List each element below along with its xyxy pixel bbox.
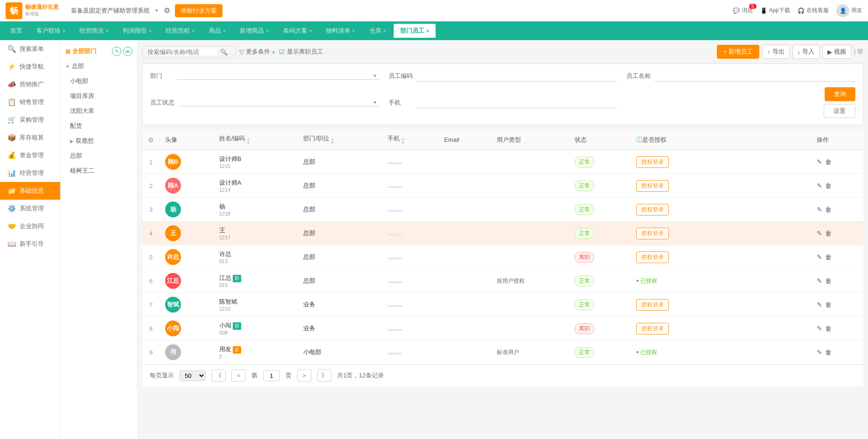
tab-history[interactable]: 经营历程 × [159,24,201,38]
edit-btn[interactable]: ✎ [817,206,822,213]
auth-login-btn[interactable]: 授权登录 [636,180,669,192]
edit-btn[interactable]: ✎ [817,277,822,285]
empname-input[interactable] [654,70,855,82]
gear-icon[interactable]: ⚙ [164,6,170,15]
prev-page-btn[interactable]: ＜ [231,369,246,382]
experience-button[interactable]: 体验行业方案 [175,4,222,17]
tab-goods[interactable]: 商品 × [202,24,232,38]
app-download-button[interactable]: 📱 App下载 [760,7,790,14]
dept-tree-item-xiaodibu[interactable]: 小电部 [61,74,137,89]
page-size-select[interactable]: 50 100 [180,370,206,381]
sidebar-item-collab[interactable]: 🤝 企业协同 [0,217,60,235]
tab-dept-staff[interactable]: 部门员工 × [394,24,436,38]
page-number-input[interactable] [263,370,280,381]
close-icon[interactable]: × [426,28,429,34]
dept-tree-item-peihuo[interactable]: 配货 [61,118,137,133]
col-name[interactable]: 姓名/编码▲▼ [214,130,298,150]
more-conditions-btn[interactable]: ▽ 更多条件 ∧ [239,48,275,56]
dept-edit-btn[interactable]: ✎ [112,47,121,56]
add-employee-button[interactable]: + 新增员工 [717,45,759,59]
edit-btn[interactable]: ✎ [817,301,822,308]
phone-input[interactable] [416,97,618,108]
sidebar-item-business[interactable]: 📊 经营管理 [0,164,60,182]
sidebar-item-sales[interactable]: 📋 销售管理 [0,93,60,111]
auth-login-btn[interactable]: 授权登录 [636,299,669,311]
dept-tree-item-projectroom[interactable]: 项目库房 [61,89,137,104]
next-page-btn[interactable]: ＞ [297,369,312,382]
dept-tree-item-zhishu[interactable]: 植树王二 [61,163,137,178]
tab-operation[interactable]: 经营情况 × [73,24,115,38]
close-icon[interactable]: × [266,28,269,34]
sidebar-item-system[interactable]: ⚙️ 系统管理 [0,200,60,217]
col-phone[interactable]: 手机▲▼ [382,130,438,150]
sidebar-item-quicknav[interactable]: ⚡ 快捷导航 [0,58,60,76]
tab-add-goods[interactable]: 新增商品 × [233,24,275,38]
dept-tree-item-shenyang[interactable]: 沈阳大库 [61,104,137,118]
close-icon[interactable]: × [105,28,108,34]
dept-tree-item-head[interactable]: ▼ 总部 [61,59,137,74]
tab-customer[interactable]: 客户联络 × [30,24,72,38]
tab-profit[interactable]: 利润报告 × [116,24,158,38]
dept-tree-item-shuanglu[interactable]: ▶ 双鹿想 [61,133,137,148]
empcode-input[interactable] [417,70,618,82]
tab-home[interactable]: 首页 [4,24,29,38]
close-icon[interactable]: × [383,28,386,34]
sidebar-item-marketing[interactable]: 📣 营销推广 [0,76,60,93]
edit-btn[interactable]: ✎ [817,182,822,189]
query-button[interactable]: 查询 [825,87,855,101]
auth-login-btn[interactable]: 授权登录 [636,323,669,334]
delete-btn[interactable]: 🗑 [825,301,832,308]
view-button[interactable]: ▶ 视频 [822,45,851,59]
sidebar-item-basic[interactable]: 📁 基础信息 [0,182,60,200]
status-select[interactable]: ▼ [178,99,379,106]
first-page-btn[interactable]: 《 [211,369,226,382]
export-button[interactable]: ↑ 导出 [762,45,790,59]
auth-login-btn[interactable]: 授权登录 [636,251,669,263]
edit-btn[interactable]: ✎ [817,348,822,356]
close-icon[interactable]: × [149,28,152,34]
online-service-button[interactable]: 🎧 在线客服 [798,7,829,14]
delete-btn[interactable]: 🗑 [825,230,832,237]
delete-btn[interactable]: 🗑 [825,158,832,166]
message-button[interactable]: 💬 消息 5 [733,7,753,14]
sys-dropdown-arrow[interactable]: ▼ [154,8,159,13]
close-icon[interactable]: × [223,28,226,34]
tab-bom[interactable]: 物料清单 × [319,24,361,38]
delete-btn[interactable]: 🗑 [825,325,832,332]
dept-filter-select[interactable]: ▼ [177,72,379,80]
sidebar-item-guide[interactable]: 📖 新手引导 [0,235,60,253]
tab-barcode[interactable]: 条码方案 × [277,24,319,38]
dept-collapse-btn[interactable]: ≪ [123,47,132,56]
help-btn[interactable]: | 帮 [854,48,863,56]
col-dept[interactable]: 部门/职位▲▼ [298,130,382,150]
close-icon[interactable]: × [352,28,355,34]
dept-tree-item-zongbu[interactable]: 总部 [61,148,137,163]
search-input[interactable] [147,49,217,56]
sidebar-item-finance[interactable]: 💰 资金管理 [0,146,60,164]
close-icon[interactable]: × [62,28,65,34]
close-icon[interactable]: × [309,28,312,34]
search-menu-item[interactable]: 🔍 搜索菜单 [0,40,60,58]
auth-login-btn[interactable]: 授权登录 [636,204,669,216]
edit-btn[interactable]: ✎ [817,325,822,332]
tab-warehouse[interactable]: 仓库 × [363,24,393,38]
edit-btn[interactable]: ✎ [817,158,822,166]
edit-btn[interactable]: ✎ [817,253,822,261]
sidebar-item-purchase[interactable]: 🛒 采购管理 [0,111,60,129]
delete-btn[interactable]: 🗑 [825,182,832,189]
delete-btn[interactable]: 🗑 [825,348,832,356]
delete-btn[interactable]: 🗑 [825,253,832,261]
show-resigned-toggle[interactable]: ☑ 显示离职员工 [279,48,323,56]
delete-btn[interactable]: 🗑 [825,277,832,285]
auth-login-btn[interactable]: 授权登录 [636,156,669,168]
set-button[interactable]: 设置 [824,104,855,118]
delete-btn[interactable]: 🗑 [825,206,832,213]
close-icon[interactable]: × [192,28,194,34]
last-page-btn[interactable]: 》 [317,369,332,382]
auth-login-btn[interactable]: 授权登录 [636,228,669,239]
search-icon-btn[interactable]: 🔍 [220,49,228,56]
col-settings[interactable]: ⚙ [142,130,160,150]
user-menu[interactable]: 👤 用友 [836,4,862,17]
edit-btn[interactable]: ✎ [817,230,822,237]
sidebar-item-inventory[interactable]: 📦 库存核算 [0,129,60,146]
